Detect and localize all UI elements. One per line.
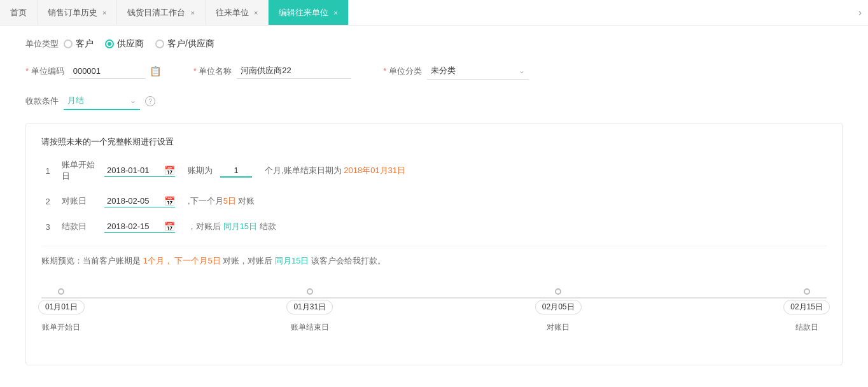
timeline-date-3: 02月15日: [783, 300, 830, 314]
copy-icon[interactable]: 📋: [150, 66, 162, 77]
period-row-2-desc: ,下一个月5日 对账: [188, 195, 255, 207]
payment-help-icon[interactable]: ?: [145, 96, 155, 106]
period-row-3-num: 3: [41, 222, 54, 232]
timeline-date-2: 02月05日: [535, 300, 582, 314]
payment-condition-label: 收款条件: [25, 95, 59, 107]
tab-edit-partner[interactable]: 编辑往来单位 ×: [269, 0, 348, 25]
timeline-dot-1: [307, 288, 313, 295]
unit-type-label: 单位类型: [25, 38, 59, 50]
period-row-1: 1 账单开始日 📅 账期为 个月,账单结束日期为 2018年01月31日: [41, 159, 827, 182]
payment-condition-value: 月结: [67, 95, 127, 106]
radio-customer-label: 客户: [76, 38, 94, 50]
radio-both-circle: [155, 39, 164, 48]
period-row-3-highlight: 同月15日: [223, 222, 257, 231]
tab-sales-history-close[interactable]: ×: [102, 9, 106, 17]
tab-cash-work[interactable]: 钱货日清工作台 ×: [117, 0, 205, 25]
timeline-node-1: 01月31日 账单结束日: [286, 288, 333, 333]
code-name-category-row: 单位编码 📋 单位名称 单位分类 未分类 ⌄: [25, 62, 843, 80]
timeline-dot-3: [804, 288, 810, 295]
preview-end: 该客户会给我打款。: [311, 256, 386, 265]
period-row-3-date-wrap: 📅: [104, 220, 175, 233]
period-row-1-month-input[interactable]: [220, 164, 252, 178]
tab-cash-work-close[interactable]: ×: [190, 9, 194, 17]
tab-cash-work-label: 钱货日清工作台: [127, 7, 185, 18]
tab-sales-history[interactable]: 销售订单历史 ×: [38, 0, 117, 25]
period-row-2-cal-icon[interactable]: 📅: [164, 196, 175, 206]
tab-partner-close[interactable]: ×: [254, 9, 258, 17]
timeline-dot-0: [58, 288, 64, 295]
radio-supplier[interactable]: 供应商: [105, 38, 144, 50]
tab-home[interactable]: 首页: [0, 0, 38, 25]
timeline-date-1: 01月31日: [286, 300, 333, 314]
radio-customer-circle: [64, 39, 73, 48]
period-row-1-suffix: 账期为: [188, 165, 213, 176]
radio-both[interactable]: 客户/供应商: [155, 38, 214, 50]
tab-partner-label: 往来单位: [216, 7, 249, 18]
unit-type-row: 单位类型 客户 供应商 客户/供应商: [25, 38, 843, 50]
timeline-dot-2: [555, 288, 561, 295]
tabs-arrow[interactable]: ›: [852, 0, 868, 25]
tab-home-label: 首页: [10, 7, 27, 18]
unit-type-radio-group: 客户 供应商 客户/供应商: [64, 38, 214, 50]
radio-customer[interactable]: 客户: [64, 38, 94, 50]
period-title: 请按照未来的一个完整帐期进行设置: [41, 136, 827, 148]
period-row-3: 3 结款日 📅 ，对账后 同月15日 结款: [41, 220, 827, 233]
period-row-1-num: 1: [41, 166, 54, 176]
payment-condition-select[interactable]: 月结 ⌄: [64, 92, 140, 110]
preview-text: 账期预览：当前客户账期是 1个月， 下一个月5日 对账，对账后 同月15日 该客…: [41, 246, 827, 273]
period-row-3-desc: ，对账后 同月15日 结款: [188, 221, 276, 232]
timeline-node-2: 02月05日 对账日: [535, 288, 582, 333]
period-row-2: 2 对账日 📅 ,下一个月5日 对账: [41, 195, 827, 208]
period-row-3-date-input[interactable]: [104, 220, 162, 232]
timeline-name-2: 对账日: [547, 322, 570, 333]
unit-code-group: 单位编码 📋: [25, 64, 162, 79]
tabs-bar: 首页 销售订单历史 × 钱货日清工作台 × 往来单位 × 编辑往来单位 × ›: [0, 0, 868, 25]
unit-name-input[interactable]: [237, 64, 351, 79]
unit-code-wrap: 📋: [69, 64, 162, 79]
period-box: 请按照未来的一个完整帐期进行设置 1 账单开始日 📅 账期为 个月,账单结束日期…: [25, 123, 843, 365]
preview-next5: 下一个月5日: [174, 256, 220, 265]
tab-sales-history-label: 销售订单历史: [48, 7, 97, 18]
radio-supplier-circle: [105, 39, 114, 48]
period-row-2-label: 对账日: [62, 195, 97, 207]
unit-code-input[interactable]: [69, 64, 146, 79]
unit-name-group: 单位名称: [193, 64, 352, 79]
period-row-1-end-date: 2018年01月31日: [344, 165, 405, 175]
timeline-name-0: 账单开始日: [42, 322, 80, 333]
unit-name-label: 单位名称: [193, 66, 232, 77]
timeline-name-3: 结款日: [795, 322, 818, 333]
radio-supplier-label: 供应商: [117, 38, 144, 50]
timeline-node-3: 02月15日 结款日: [783, 288, 830, 333]
preview-1month: 1个月，: [143, 256, 172, 265]
unit-category-label: 单位分类: [383, 66, 422, 77]
timeline-date-0: 01月01日: [38, 300, 85, 314]
period-row-1-cal-icon[interactable]: 📅: [164, 165, 175, 176]
period-row-1-label: 账单开始日: [62, 159, 97, 182]
unit-category-select[interactable]: 未分类 ⌄: [427, 62, 529, 80]
preview-same15: 同月15日: [275, 256, 309, 265]
period-row-3-cal-icon[interactable]: 📅: [164, 222, 175, 232]
period-row-2-num: 2: [41, 197, 54, 206]
unit-code-label: 单位编码: [25, 66, 64, 77]
unit-category-value: 未分类: [431, 65, 516, 76]
period-row-2-date-input[interactable]: [104, 195, 162, 207]
timeline-name-1: 账单结束日: [291, 322, 329, 333]
radio-both-label: 客户/供应商: [167, 38, 214, 50]
tab-partner[interactable]: 往来单位 ×: [206, 0, 269, 25]
period-row-1-date-input[interactable]: [104, 164, 162, 176]
period-row-1-month-desc: 个月,账单结束日期为 2018年01月31日: [265, 165, 405, 176]
unit-name-wrap: [237, 64, 351, 79]
period-row-2-date-wrap: 📅: [104, 195, 175, 208]
timeline-nodes: 01月01日 账单开始日 01月31日 账单结束日 02月05日 对账日 02月…: [41, 288, 827, 333]
tab-edit-partner-close[interactable]: ×: [333, 9, 337, 17]
timeline-wrap: 01月01日 账单开始日 01月31日 账单结束日 02月05日 对账日 02月…: [41, 288, 827, 352]
timeline-node-0: 01月01日 账单开始日: [38, 288, 85, 333]
unit-category-chevron: ⌄: [519, 66, 525, 75]
period-row-3-label: 结款日: [62, 221, 97, 232]
preview-middle: 对账，对账后: [223, 256, 275, 265]
period-row-2-highlight: 5日: [223, 196, 236, 206]
main-content: 单位类型 客户 供应商 客户/供应商 单位编码 📋 单位: [0, 25, 868, 387]
payment-condition-row: 收款条件 月结 ⌄ ?: [25, 92, 843, 110]
payment-condition-chevron: ⌄: [130, 96, 136, 105]
tab-edit-partner-label: 编辑往来单位: [279, 7, 328, 18]
